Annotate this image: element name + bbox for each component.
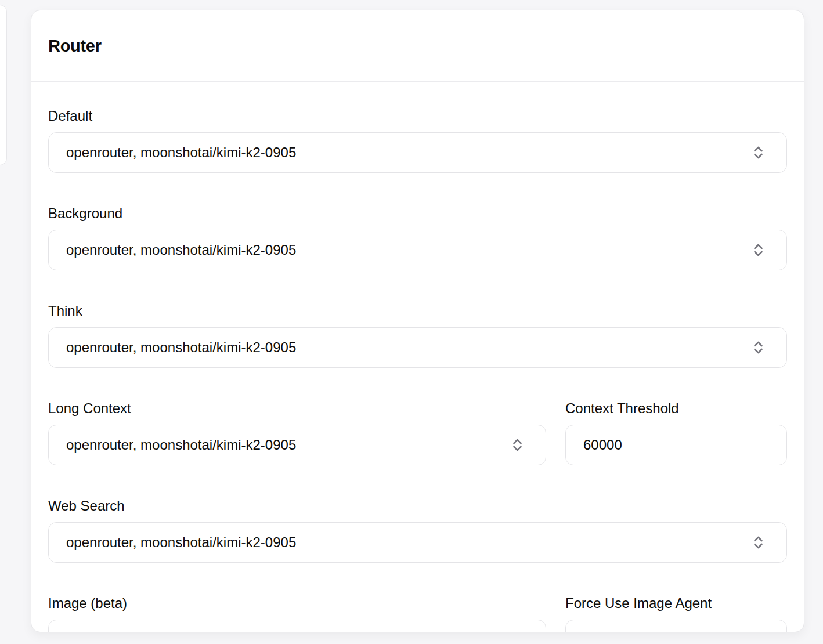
- field-label-background: Background: [48, 205, 787, 222]
- card-body: Default openrouter, moonshotai/kimi-k2-0…: [31, 82, 804, 632]
- field-group-default: Default openrouter, moonshotai/kimi-k2-0…: [48, 108, 787, 173]
- field-row-long-context: Long Context openrouter, moonshotai/kimi…: [48, 400, 787, 465]
- web-search-model-select-value: openrouter, moonshotai/kimi-k2-0905: [66, 534, 296, 551]
- field-label-web-search: Web Search: [48, 498, 787, 514]
- chevron-up-down-icon: [752, 535, 764, 550]
- field-group-web-search: Web Search openrouter, moonshotai/kimi-k…: [48, 498, 787, 563]
- page-title: Router: [48, 37, 102, 56]
- field-group-background: Background openrouter, moonshotai/kimi-k…: [48, 205, 787, 270]
- force-use-image-agent-input[interactable]: [565, 620, 787, 632]
- router-settings-card: Router Default openrouter, moonshotai/ki…: [31, 10, 804, 632]
- think-model-select[interactable]: openrouter, moonshotai/kimi-k2-0905: [48, 327, 787, 368]
- background-model-select-value: openrouter, moonshotai/kimi-k2-0905: [66, 242, 296, 258]
- background-model-select[interactable]: openrouter, moonshotai/kimi-k2-0905: [48, 230, 787, 270]
- card-header: Router: [31, 10, 804, 82]
- field-group-context-threshold: Context Threshold: [565, 400, 787, 465]
- adjacent-card-edge: [0, 5, 7, 165]
- field-row-image: Image (beta) Force Use Image Agent: [48, 595, 787, 632]
- long-context-model-select[interactable]: openrouter, moonshotai/kimi-k2-0905: [48, 425, 546, 465]
- field-group-force-use-image-agent: Force Use Image Agent: [565, 595, 787, 632]
- field-group-long-context: Long Context openrouter, moonshotai/kimi…: [48, 400, 546, 465]
- field-label-long-context: Long Context: [48, 400, 546, 417]
- chevron-up-down-icon: [511, 437, 524, 453]
- field-label-context-threshold: Context Threshold: [565, 400, 787, 417]
- web-search-model-select[interactable]: openrouter, moonshotai/kimi-k2-0905: [48, 522, 787, 563]
- field-group-think: Think openrouter, moonshotai/kimi-k2-090…: [48, 303, 787, 368]
- context-threshold-input[interactable]: [565, 425, 787, 465]
- chevron-up-down-icon: [752, 243, 764, 258]
- field-group-image: Image (beta): [48, 595, 546, 632]
- default-model-select-value: openrouter, moonshotai/kimi-k2-0905: [66, 144, 296, 161]
- chevron-up-down-icon: [752, 145, 764, 160]
- chevron-up-down-icon: [752, 340, 764, 355]
- field-label-image-beta: Image (beta): [48, 595, 546, 612]
- long-context-model-select-value: openrouter, moonshotai/kimi-k2-0905: [66, 437, 296, 453]
- default-model-select[interactable]: openrouter, moonshotai/kimi-k2-0905: [48, 132, 787, 173]
- image-model-select[interactable]: [48, 620, 546, 632]
- field-label-think: Think: [48, 303, 787, 319]
- field-label-default: Default: [48, 108, 787, 124]
- think-model-select-value: openrouter, moonshotai/kimi-k2-0905: [66, 339, 296, 356]
- field-label-force-use-image-agent: Force Use Image Agent: [565, 595, 787, 612]
